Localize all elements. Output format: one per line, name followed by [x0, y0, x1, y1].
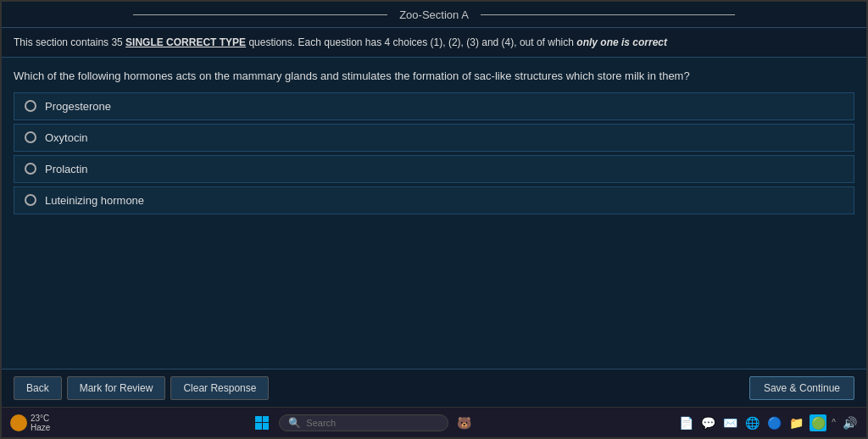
taskbar-right: 📄 💬 ✉️ 🌐 🔵 📁 🟢 ^ 🔊: [672, 414, 863, 431]
save-continue-button[interactable]: Save & Continue: [749, 376, 854, 400]
radio-4: [25, 194, 36, 206]
mark-review-button[interactable]: Mark for Review: [67, 376, 166, 400]
instructions-type: SINGLE CORRECT TYPE: [125, 36, 246, 48]
options-area: Progesterone Oxytocin Prolactin Luteiniz…: [2, 92, 866, 369]
option-2[interactable]: Oxytocin: [14, 124, 854, 152]
taskbar-folder-icon[interactable]: 📁: [787, 414, 804, 431]
taskbar: 23°C Haze 🔍 🐻 📄 💬 ✉️ 🌐 🔵 📁 🟢 ^ 🔊: [2, 407, 866, 437]
section-header: Zoo-Section A: [2, 2, 866, 28]
instructions-correct: only one is correct: [576, 36, 667, 48]
taskbar-speaker-icon[interactable]: 🔊: [841, 414, 858, 431]
weather-info: 23°C Haze: [31, 414, 50, 432]
section-title: Zoo-Section A: [399, 8, 469, 21]
taskbar-center: 🔍 🐻: [55, 414, 672, 431]
weather-temp: 23°C: [31, 414, 50, 423]
taskbar-globe-icon[interactable]: 🌐: [743, 414, 760, 431]
radio-1: [25, 100, 36, 112]
clear-response-button[interactable]: Clear Response: [170, 376, 269, 400]
radio-2: [25, 131, 36, 143]
option-3-label: Prolactin: [45, 163, 88, 175]
taskbar-mail-icon[interactable]: ✉️: [721, 414, 738, 431]
windows-start-icon[interactable]: [255, 416, 269, 430]
search-icon: 🔍: [288, 417, 301, 429]
back-button[interactable]: Back: [14, 376, 62, 400]
taskbar-search[interactable]: 🔍: [279, 414, 448, 431]
taskbar-edge-icon[interactable]: 🔵: [765, 414, 782, 431]
footer: Back Mark for Review Clear Response Save…: [2, 369, 866, 407]
instructions-text: This section contains 35 SINGLE CORRECT …: [2, 28, 866, 58]
taskbar-app-icon[interactable]: 🟢: [810, 414, 826, 431]
search-input[interactable]: [306, 418, 416, 428]
bear-icon: 🐻: [455, 414, 472, 431]
question-text: Which of the following hormones acts on …: [14, 69, 690, 82]
weather-widget: 23°C Haze: [5, 414, 55, 432]
taskbar-overflow-arrow[interactable]: ^: [832, 418, 836, 427]
option-2-label: Oxytocin: [45, 131, 88, 144]
weather-icon: [10, 414, 27, 431]
instructions-after: questions. Each question has 4 choices (…: [246, 36, 576, 48]
instructions-before: This section contains 35: [14, 36, 125, 48]
option-4[interactable]: Luteinizing hormone: [14, 186, 854, 214]
option-4-label: Luteinizing hormone: [45, 194, 144, 207]
main-screen: Zoo-Section A This section contains 35 S…: [0, 0, 868, 439]
option-1-label: Progesterone: [45, 100, 111, 113]
question-area: Which of the following hormones acts on …: [2, 58, 866, 92]
taskbar-file-icon[interactable]: 📄: [677, 414, 694, 431]
taskbar-chat-icon[interactable]: 💬: [699, 414, 716, 431]
radio-3: [25, 163, 36, 175]
footer-left-buttons: Back Mark for Review Clear Response: [14, 376, 269, 400]
weather-desc: Haze: [31, 423, 50, 432]
option-1[interactable]: Progesterone: [14, 92, 854, 120]
option-3[interactable]: Prolactin: [14, 155, 854, 183]
